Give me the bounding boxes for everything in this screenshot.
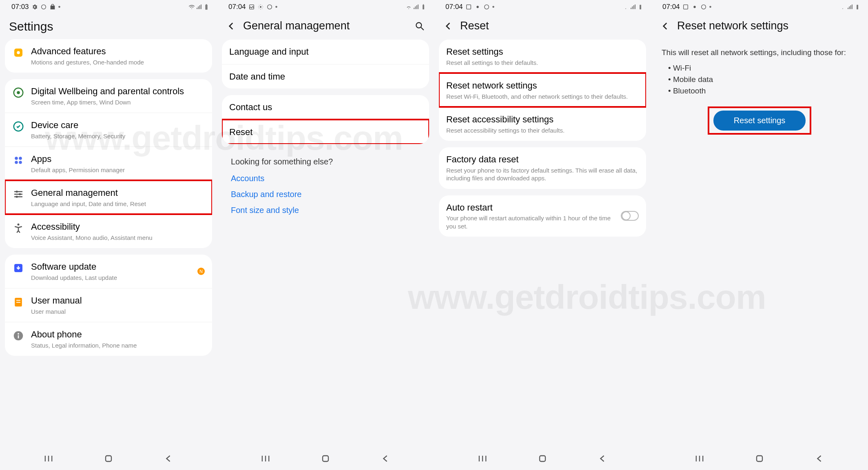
accessibility-row[interactable]: AccessibilityVoice Assistant, Mono audio…: [5, 214, 212, 248]
wellbeing-status-icon: [483, 4, 490, 10]
reset-settings-button[interactable]: Reset settings: [713, 111, 806, 131]
row-label: Advanced features: [31, 46, 205, 57]
svg-rect-50: [683, 5, 688, 9]
row-label: Device care: [31, 120, 205, 131]
settings-group: Advanced featuresMotions and gestures, O…: [5, 39, 212, 73]
advanced-icon: [12, 47, 24, 59]
status-time: 07:04: [662, 3, 680, 11]
home-button[interactable]: [537, 453, 548, 464]
recents-button[interactable]: [477, 453, 488, 464]
wellbeing-status-icon: [700, 4, 707, 10]
back-icon[interactable]: [443, 21, 454, 31]
device-care-icon: [12, 120, 24, 133]
general-management-row[interactable]: General managementLanguage and input, Da…: [5, 180, 212, 214]
svg-rect-30: [106, 456, 111, 461]
reset-bullet-list: Wi-Fi Mobile data Bluetooth: [651, 62, 868, 105]
battery-icon: [854, 4, 861, 10]
gm-group: Contact us Reset: [222, 95, 429, 144]
more-dot: •: [709, 3, 712, 11]
home-button[interactable]: [754, 453, 765, 464]
back-button[interactable]: [814, 453, 825, 464]
status-bar: 07:04 •: [217, 0, 434, 14]
row-sub: Reset accessibility settings to their de…: [446, 126, 639, 135]
back-button[interactable]: [380, 453, 391, 464]
link-font-size[interactable]: Font size and style: [231, 202, 420, 218]
row-sub: Reset Wi-Fi, Bluetooth, and other networ…: [446, 93, 639, 101]
reset-settings-row[interactable]: Reset settingsReset all settings to thei…: [439, 40, 646, 73]
row-sub: User manual: [31, 308, 205, 316]
gear-icon: [474, 4, 481, 10]
recents-button[interactable]: [694, 453, 705, 464]
home-button[interactable]: [320, 453, 331, 464]
factory-reset-row[interactable]: Factory data resetReset your phone to it…: [439, 147, 646, 189]
back-icon[interactable]: [660, 21, 671, 31]
recents-button[interactable]: [43, 453, 54, 464]
svg-rect-35: [423, 4, 424, 4]
accessibility-icon: [12, 222, 24, 234]
row-sub: Motions and gestures, One-handed mode: [31, 58, 205, 67]
advanced-features-row[interactable]: Advanced featuresMotions and gestures, O…: [5, 39, 212, 73]
reset-accessibility-row[interactable]: Reset accessibility settingsReset access…: [439, 107, 646, 141]
auto-restart-row[interactable]: Auto restartYour phone will restart auto…: [439, 195, 646, 237]
svg-rect-41: [323, 456, 328, 461]
svg-rect-53: [857, 5, 858, 9]
battery-icon: [637, 4, 644, 10]
android-navbar: [651, 447, 868, 470]
reset-network-row[interactable]: Reset network settingsReset Wi-Fi, Bluet…: [439, 73, 646, 107]
row-label: Accessibility: [31, 221, 205, 233]
svg-point-9: [15, 157, 18, 160]
search-icon[interactable]: [414, 21, 425, 31]
reset-row[interactable]: Reset: [222, 120, 429, 144]
svg-point-7: [17, 91, 20, 94]
settings-group: Digital Wellbeing and parental controlsS…: [5, 79, 212, 248]
wellbeing-icon: [12, 86, 24, 99]
svg-point-51: [693, 6, 695, 8]
page-header: General management: [217, 14, 434, 40]
page-header: Reset network settings: [651, 14, 868, 40]
row-sub: Language and input, Date and time, Reset: [31, 200, 205, 208]
svg-point-25: [18, 333, 19, 335]
wifi-icon: [622, 4, 629, 10]
battery-icon: [203, 4, 210, 10]
row-label: About phone: [31, 329, 205, 340]
svg-point-43: [476, 6, 478, 8]
more-dot: •: [275, 3, 278, 11]
wellbeing-status-icon: [266, 4, 273, 10]
language-input-row[interactable]: Language and input: [222, 40, 429, 64]
svg-point-52: [701, 5, 706, 9]
back-button[interactable]: [163, 453, 174, 464]
reset-group: Reset settingsReset all settings to thei…: [439, 40, 646, 141]
android-navbar: [0, 447, 217, 470]
back-icon[interactable]: [226, 21, 237, 31]
manual-icon: [12, 296, 24, 308]
svg-point-0: [41, 5, 46, 9]
auto-restart-toggle[interactable]: [621, 211, 639, 221]
row-sub: Status, Legal information, Phone name: [31, 341, 205, 350]
row-sub: Reset all settings to their defaults.: [446, 59, 639, 67]
wifi-icon: [188, 4, 195, 10]
status-bar: 07:04 •: [434, 0, 651, 14]
bullet-mobile-data: Mobile data: [668, 74, 851, 85]
wellbeing-status-icon: [40, 4, 47, 10]
row-label: Auto restart: [446, 202, 614, 213]
svg-point-16: [16, 191, 18, 193]
date-time-row[interactable]: Date and time: [222, 64, 429, 89]
apps-row[interactable]: AppsDefault apps, Permission manager: [5, 146, 212, 180]
wellbeing-row[interactable]: Digital Wellbeing and parental controlsS…: [5, 79, 212, 113]
recents-button[interactable]: [260, 453, 271, 464]
home-button[interactable]: [103, 453, 114, 464]
update-icon: [12, 262, 24, 274]
page-title: General management: [243, 20, 408, 32]
software-update-row[interactable]: Software updateDownload updates, Last up…: [5, 255, 212, 288]
link-accounts[interactable]: Accounts: [231, 171, 420, 186]
link-backup-restore[interactable]: Backup and restore: [231, 186, 420, 202]
back-button[interactable]: [597, 453, 608, 464]
row-label: User manual: [31, 295, 205, 306]
device-care-row[interactable]: Device careBattery, Storage, Memory, Sec…: [5, 113, 212, 146]
about-phone-row[interactable]: About phoneStatus, Legal information, Ph…: [5, 322, 212, 356]
svg-point-18: [16, 196, 18, 198]
contact-us-row[interactable]: Contact us: [222, 95, 429, 120]
svg-point-33: [267, 5, 272, 9]
svg-point-10: [19, 157, 22, 160]
user-manual-row[interactable]: User manualUser manual: [5, 288, 212, 322]
